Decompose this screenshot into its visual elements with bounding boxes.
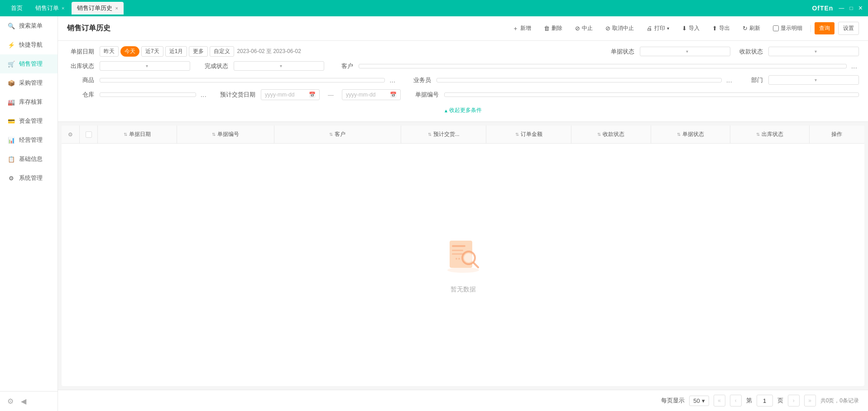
th-settings[interactable]: ⚙: [62, 126, 80, 143]
delete-icon: 🗑: [544, 25, 550, 32]
pay-status-select[interactable]: ▾: [768, 47, 859, 56]
th-delivery: ⇅ 预计交货...: [401, 126, 486, 143]
th-checkbox[interactable]: [80, 126, 98, 143]
page-size-select[interactable]: 50 ▾: [689, 396, 709, 406]
window-maximize[interactable]: □: [849, 5, 853, 11]
tab-sales-order[interactable]: 销售订单 ×: [30, 2, 70, 15]
tab-sales-history-label: 销售订单历史: [77, 4, 112, 12]
delete-button[interactable]: 🗑 删除: [539, 22, 567, 34]
total-info: 共0页，0条记录: [820, 397, 859, 405]
select-all-checkbox[interactable]: [86, 131, 92, 138]
goods-dots[interactable]: ...: [388, 76, 397, 84]
filter-row-3: 商品 ... 业务员 ... 部门 ▾: [67, 75, 859, 85]
th-pay-status: ⇅ 收款状态: [571, 126, 651, 143]
date-field: 昨天 今天 近7天 近1月 更多 自定义 2023-06-02 至 2023-0…: [100, 46, 602, 57]
empty-text: 暂无数据: [451, 285, 476, 294]
window-close[interactable]: ×: [858, 4, 863, 12]
sidebar-item-sales[interactable]: 🛒 销售管理: [0, 54, 58, 73]
date-btn-7days[interactable]: 近7天: [141, 46, 163, 57]
calendar-end-icon: 📅: [390, 92, 397, 98]
sidebar-item-search-menu[interactable]: 🔍 搜索菜单: [0, 16, 58, 35]
th-pay-sort-icon: ⇅: [597, 132, 601, 137]
salesperson-input[interactable]: [436, 78, 722, 82]
first-page-btn[interactable]: «: [714, 395, 725, 406]
sidebar-item-label: 系统管理: [19, 174, 43, 182]
delivery-date-label: 预计交货日期: [219, 91, 255, 99]
sidebar-item-finance[interactable]: 💳 资金管理: [0, 111, 58, 131]
sidebar-item-label: 库存核算: [19, 98, 43, 106]
query-button[interactable]: 查询: [815, 22, 834, 34]
tab-home[interactable]: 首页: [5, 2, 28, 15]
export-button[interactable]: ⬆ 导出: [708, 22, 734, 34]
sidebar-item-label: 资金管理: [19, 117, 43, 125]
salesperson-dots[interactable]: ...: [724, 76, 734, 84]
next-page-btn[interactable]: ›: [788, 395, 800, 406]
out-status-select[interactable]: ▾: [100, 61, 190, 71]
window-minimize[interactable]: —: [839, 5, 844, 11]
sidebar-collapse-icon[interactable]: ◀: [21, 397, 26, 406]
cancel-stop-button[interactable]: ⊘ 取消中止: [601, 22, 638, 34]
date-btn-yesterday[interactable]: 昨天: [100, 46, 119, 57]
th-date: ⇅ 单据日期: [98, 126, 177, 143]
customer-dots[interactable]: ...: [849, 62, 859, 70]
tab-sales-order-close[interactable]: ×: [62, 5, 64, 11]
chart-icon: 📊: [7, 136, 15, 144]
bill-status-select[interactable]: ▾: [640, 47, 730, 56]
last-page-btn[interactable]: »: [804, 395, 816, 406]
page-label-post: 页: [777, 396, 783, 405]
tab-sales-history[interactable]: 销售订单历史 ×: [72, 2, 123, 15]
sidebar-item-basic-info[interactable]: 📋 基础信息: [0, 150, 58, 169]
th-no-sort-icon: ⇅: [212, 132, 216, 137]
sidebar-item-system[interactable]: ⚙ 系统管理: [0, 169, 58, 188]
date-btn-1month[interactable]: 近1月: [165, 46, 187, 57]
export-label: 导出: [719, 24, 730, 32]
prev-page-btn[interactable]: ‹: [730, 395, 742, 406]
tab-sales-history-close[interactable]: ×: [115, 5, 118, 11]
svg-point-9: [458, 258, 460, 260]
grid-icon: 📋: [7, 155, 15, 163]
stop-button[interactable]: ⊘ 中止: [571, 22, 597, 34]
complete-status-select[interactable]: ▾: [234, 61, 324, 71]
out-status-label: 出库状态: [67, 62, 94, 70]
page-number-input[interactable]: [757, 395, 773, 406]
warehouse-dots[interactable]: ...: [199, 91, 208, 99]
toolbar: ＋ 新增 🗑 删除 ⊘ 中止 ⊘ 取消中止 🖨 打印: [508, 22, 859, 35]
date-btn-today[interactable]: 今天: [120, 46, 139, 57]
cancel-stop-label: 取消中止: [612, 24, 634, 32]
delivery-date-end-text: yyyy-mm-dd: [346, 92, 375, 98]
refresh-button[interactable]: ↻ 刷新: [738, 22, 765, 34]
bill-no-input[interactable]: [444, 92, 859, 97]
sidebar-item-operations[interactable]: 📊 经营管理: [0, 131, 58, 150]
sidebar-item-purchase[interactable]: 📦 采购管理: [0, 73, 58, 92]
date-btn-more[interactable]: 更多: [189, 46, 208, 57]
show-detail-input[interactable]: [773, 25, 779, 31]
print-button[interactable]: 🖨 打印 ▾: [642, 22, 674, 34]
show-detail-checkbox[interactable]: 显示明细: [768, 22, 807, 34]
bill-no-label: 单据编号: [412, 91, 439, 99]
department-select[interactable]: ▾: [768, 75, 859, 85]
th-bill-status-label: 单据状态: [682, 131, 704, 138]
date-btn-custom[interactable]: 自定义: [210, 46, 234, 57]
warehouse-input[interactable]: [100, 92, 196, 97]
sidebar-gear-icon[interactable]: ⚙: [7, 397, 14, 406]
svg-point-0: [447, 267, 479, 273]
add-button[interactable]: ＋ 新增: [508, 22, 536, 35]
settings-button[interactable]: 设置: [838, 22, 859, 35]
th-delivery-label: 预计交货...: [433, 131, 460, 138]
add-icon: ＋: [513, 24, 518, 33]
customer-input[interactable]: [359, 64, 847, 68]
add-label: 新增: [520, 24, 531, 32]
top-bar: 首页 销售订单 × 销售订单历史 × OfTEn — □ ×: [0, 0, 868, 16]
table-settings-icon[interactable]: ⚙: [68, 131, 73, 138]
sidebar-item-quick-nav[interactable]: ⚡ 快捷导航: [0, 35, 58, 54]
delivery-date-end[interactable]: yyyy-mm-dd 📅: [342, 89, 401, 100]
stop-icon: ⊘: [575, 25, 580, 32]
collapse-more-btn[interactable]: ▴ 收起更多条件: [67, 105, 859, 116]
goods-input[interactable]: [100, 78, 385, 82]
goods-field: ...: [100, 76, 398, 84]
import-button[interactable]: ⬇ 导入: [677, 22, 704, 34]
sidebar-item-inventory[interactable]: 🏭 库存核算: [0, 92, 58, 111]
delivery-date-start[interactable]: yyyy-mm-dd 📅: [261, 89, 320, 100]
refresh-label: 刷新: [749, 24, 760, 32]
page-title: 销售订单历史: [67, 24, 110, 33]
